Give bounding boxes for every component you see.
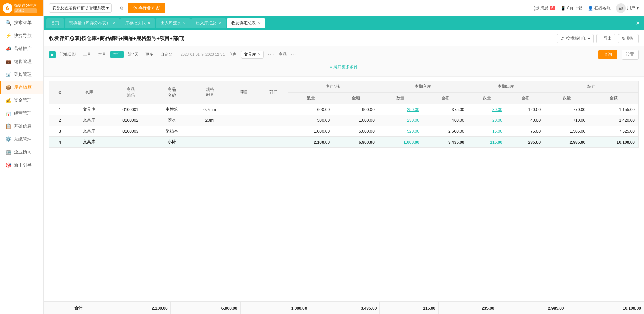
print-button[interactable]: 🖨 按模板打印 ▾ xyxy=(557,34,594,43)
logo-icon: 6 xyxy=(3,3,12,13)
row-in-amt: 3,435.00 xyxy=(423,137,468,148)
marketing-icon: 📣 xyxy=(5,46,11,51)
warehouse-tag: 文具库 ✕ xyxy=(241,51,264,59)
warehouse-label: 仓库 xyxy=(229,52,237,57)
close-all-tabs-icon[interactable]: ✕ xyxy=(634,19,641,28)
date-range: 2023-01-01 至 2023-12-31 xyxy=(181,52,225,57)
system-selector[interactable]: 装备及固定资产辅助管理系统 ▾ xyxy=(49,3,112,13)
warehouse-tag-close[interactable]: ✕ xyxy=(258,52,261,57)
date-btn-7days[interactable]: 近7天 xyxy=(125,51,141,58)
date-btn-more[interactable]: 更多 xyxy=(143,51,156,58)
row-in-amt: 2,600.00 xyxy=(423,126,468,137)
row-spec: 20ml xyxy=(191,115,229,126)
date-btn-this-month[interactable]: 本月 xyxy=(95,51,109,58)
tab-stock-summary[interactable]: 收发存汇总表 ✕ xyxy=(227,18,265,28)
print-icon: 🖨 xyxy=(561,36,565,41)
row-in-qty: 520.00 xyxy=(378,126,423,137)
row-bal-amt: 1,155.00 xyxy=(589,104,639,115)
export-button[interactable]: ↑ 导出 xyxy=(596,34,615,43)
row-no: 1 xyxy=(49,104,70,115)
row-open-qty: 1,000.00 xyxy=(288,126,333,137)
topbar: 装备及固定资产辅助管理系统 ▾ ⚙ 体验行业方案 💬 消息 6 📱 App下载 … xyxy=(44,0,644,16)
date-btn-last-month[interactable]: 上月 xyxy=(80,51,94,58)
user-menu[interactable]: Ea 用户 ▾ xyxy=(616,3,639,13)
sidebar-item-enterprise[interactable]: 🏢 企业协同 xyxy=(0,146,43,159)
sidebar-item-search[interactable]: 🔍 搜索菜单 xyxy=(0,16,43,29)
app-download-btn[interactable]: 📱 App下载 xyxy=(561,5,582,11)
tab-label: 现存量（库存分布表） xyxy=(69,20,110,26)
tab-close-icon[interactable]: ✕ xyxy=(148,21,150,25)
sidebar-item-label: 快捷导航 xyxy=(14,33,32,39)
warehouse-more-btn[interactable]: ··· xyxy=(268,52,274,58)
row-warehouse: 文具库 xyxy=(70,137,108,148)
th-warehouse: 仓库 xyxy=(70,81,108,104)
row-warehouse: 文具库 xyxy=(70,115,108,126)
row-open-qty: 600.00 xyxy=(288,104,333,115)
in-qty-link[interactable]: 230.00 xyxy=(407,118,419,123)
sidebar-item-label: 销售管理 xyxy=(14,59,32,65)
sidebar-item-label: 经营管理 xyxy=(14,110,32,116)
tab-close-icon[interactable]: ✕ xyxy=(258,21,261,25)
gear-icon[interactable]: ⚙ xyxy=(120,6,124,11)
sidebar-item-quicknav[interactable]: ⚡ 快捷导航 xyxy=(0,29,43,42)
tab-inout-summary[interactable]: 出入库汇总 ✕ xyxy=(191,18,226,28)
th-in-qty: 数量 xyxy=(378,93,423,104)
chevron-down-icon: ▾ xyxy=(330,65,332,70)
refresh-button[interactable]: ↻ 刷新 xyxy=(618,34,639,43)
out-qty-link[interactable]: 15.00 xyxy=(492,129,502,134)
in-qty-link[interactable]: 1,000.00 xyxy=(403,140,419,145)
sidebar-item-operation[interactable]: 📊 经营管理 xyxy=(0,107,43,120)
out-qty-link[interactable]: 20.00 xyxy=(492,118,502,123)
sidebar-item-newbie[interactable]: 🎯 新手引导 xyxy=(0,159,43,171)
tab-batch[interactable]: 库存批次账 ✕ xyxy=(120,18,155,28)
settings-btn[interactable]: 设置 xyxy=(622,50,639,60)
in-qty-link[interactable]: 250.00 xyxy=(407,107,419,112)
row-bal-qty: 1,505.00 xyxy=(544,126,589,137)
tab-home[interactable]: 首页 xyxy=(46,18,64,28)
expand-more-btn[interactable]: ▾ 展开更多条件 xyxy=(330,64,358,70)
chevron-down-icon: ▾ xyxy=(106,6,109,11)
row-no: 2 xyxy=(49,115,70,126)
sidebar-item-marketing[interactable]: 📣 营销推广 xyxy=(0,42,43,55)
sidebar-item-purchase[interactable]: 🛒 采购管理 xyxy=(0,68,43,81)
basic-icon: 📋 xyxy=(5,123,11,129)
tab-close-icon[interactable]: ✕ xyxy=(183,21,186,25)
sidebar-item-label: 资金管理 xyxy=(14,97,32,103)
row-out-qty: 15.00 xyxy=(468,126,506,137)
trial-button[interactable]: 体验行业方案 xyxy=(128,3,165,13)
sidebar-item-label: 营销推广 xyxy=(14,46,32,52)
row-open-qty: 2,100.00 xyxy=(288,137,333,148)
row-bal-amt: 1,420.00 xyxy=(589,115,639,126)
out-qty-link[interactable]: 80.00 xyxy=(492,107,502,112)
out-qty-link[interactable]: 115.00 xyxy=(490,140,502,145)
date-btn-this-year[interactable]: 本年 xyxy=(110,51,124,58)
query-button[interactable]: 查询 xyxy=(598,50,617,59)
tab-close-icon[interactable]: ✕ xyxy=(218,21,221,25)
sidebar-item-finance[interactable]: 💰 资金管理 xyxy=(0,94,43,107)
sidebar-item-label: 搜索菜单 xyxy=(14,20,32,26)
message-btn[interactable]: 💬 消息 6 xyxy=(534,5,555,11)
row-dept xyxy=(259,115,288,126)
tab-close-icon[interactable]: ✕ xyxy=(112,21,115,25)
sidebar-item-system[interactable]: ⚙️ 系统管理 xyxy=(0,133,43,146)
date-btn-custom[interactable]: 自定义 xyxy=(158,51,175,58)
sidebar-item-inventory[interactable]: 📦 库存核算 xyxy=(0,81,43,94)
footer-out-qty: 115.00 xyxy=(380,302,439,314)
in-qty-link[interactable]: 520.00 xyxy=(407,129,419,134)
settings-icon[interactable]: ⚙ xyxy=(58,90,62,95)
filter-collapse-btn[interactable]: ▶ xyxy=(49,51,56,58)
online-service-btn[interactable]: 👤 在线客服 xyxy=(588,5,611,11)
row-in-qty: 1,000.00 xyxy=(378,137,423,148)
message-icon: 💬 xyxy=(534,6,539,11)
goods-more-btn[interactable]: ··· xyxy=(291,52,297,58)
row-project xyxy=(229,137,259,148)
tab-inventory-dist[interactable]: 现存量（库存分布表） ✕ xyxy=(65,18,120,28)
row-open-amt: 6,900.00 xyxy=(333,137,378,148)
warehouse-tag-value: 文具库 xyxy=(244,52,256,57)
sidebar-item-basic[interactable]: 📋 基础信息 xyxy=(0,120,43,133)
sidebar-item-sales[interactable]: 💼 销售管理 xyxy=(0,55,43,68)
tab-inout-flow[interactable]: 出入库流水 ✕ xyxy=(156,18,191,28)
row-dept xyxy=(259,104,288,115)
footer-bal-qty: 2,985.00 xyxy=(497,302,567,314)
row-code: 0100001 xyxy=(108,104,153,115)
